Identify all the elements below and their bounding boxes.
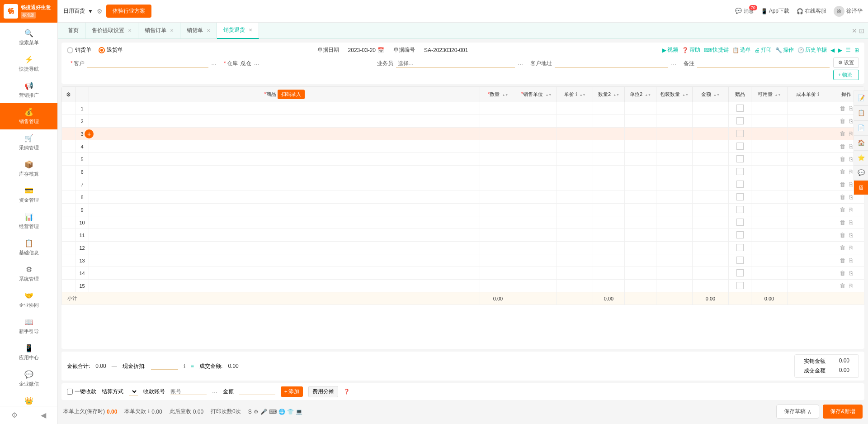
right-icon-chat[interactable]: 💬 [854, 165, 868, 180]
tool-icon4[interactable]: 🌐 [278, 409, 285, 415]
gift-checkbox-3[interactable] [736, 130, 744, 137]
row-copy-5[interactable]: ⎘ [849, 156, 853, 162]
tab-close-all-icon[interactable]: ✕ [852, 27, 857, 34]
row-copy-13[interactable]: ⎘ [849, 257, 853, 264]
right-icon-active[interactable]: 🖥 [854, 180, 868, 195]
price-sort-icon[interactable]: ▲▼ [580, 93, 586, 96]
row-copy-9[interactable]: ⎘ [849, 206, 853, 213]
sidebar-collapse-icon[interactable]: ◀ [41, 411, 46, 419]
view-list-icon[interactable]: ☰ [846, 47, 851, 53]
salesperson-dots[interactable]: ··· [518, 60, 523, 67]
topbar-gear-icon[interactable]: ⚙ [97, 8, 103, 15]
row-delete-10[interactable]: 🗑 [840, 219, 845, 226]
scan-button[interactable]: 扫码录入 [278, 90, 305, 99]
sidebar-item-6[interactable]: 💳 资金管理 [0, 182, 57, 208]
gift-checkbox-13[interactable] [736, 257, 744, 264]
tab-maximize-icon[interactable]: ⊡ [859, 27, 864, 34]
split-info-icon[interactable]: ❓ [344, 389, 350, 395]
message-button[interactable]: 💬 消息 70 [735, 8, 753, 14]
row-delete-8[interactable]: 🗑 [840, 194, 845, 200]
product-input-3[interactable] [91, 131, 478, 137]
gift-checkbox-2[interactable] [736, 117, 744, 124]
sidebar-item-7[interactable]: 📊 经营管理 [0, 208, 57, 234]
tool-icon5[interactable]: 👕 [287, 409, 294, 415]
account-dots[interactable]: ··· [212, 388, 217, 395]
price-info-icon[interactable]: ℹ [576, 91, 577, 97]
customer-dots[interactable]: ··· [211, 60, 217, 67]
right-icon-document[interactable]: 📄 [854, 120, 868, 135]
row-copy-10[interactable]: ⎘ [849, 219, 853, 226]
right-icon-clipboard[interactable]: 📋 [854, 105, 868, 120]
sidebar-item-14[interactable]: 👑 畅会员 [0, 392, 57, 406]
row-delete-5[interactable]: 🗑 [840, 156, 845, 162]
row-delete-6[interactable]: 🗑 [840, 168, 845, 175]
tool-icon6[interactable]: 💻 [296, 409, 302, 415]
sidebar-item-13[interactable]: 💬 企业微信 [0, 366, 57, 392]
trial-button[interactable]: 体验行业方案 [106, 5, 151, 18]
amount-sort-icon[interactable]: ▲▼ [713, 93, 720, 96]
row-copy-1[interactable]: ⎘ [849, 105, 853, 112]
cost-info-icon[interactable]: ℹ [817, 91, 819, 97]
salesperson-input[interactable] [396, 59, 515, 68]
row-delete-15[interactable]: 🗑 [840, 282, 845, 289]
save-draft-button[interactable]: 保存草稿 ∧ [776, 405, 819, 419]
qty2-sort-icon[interactable]: ▲▼ [613, 93, 619, 96]
right-icon-home[interactable]: 🏠 [854, 135, 868, 150]
row-delete-12[interactable]: 🗑 [840, 244, 845, 251]
table-scroll[interactable]: ⚙ *商品 扫码录入 *数量 ▲▼ [61, 86, 864, 349]
right-icon-star[interactable]: ⭐ [854, 150, 868, 165]
unit-sort-icon[interactable]: ▲▼ [545, 93, 552, 96]
table-gear-icon[interactable]: ⚙ [66, 91, 71, 98]
gift-checkbox-8[interactable] [736, 193, 744, 200]
warehouse-dots[interactable]: ··· [254, 60, 259, 67]
radio-sale[interactable]: 销货单 [67, 46, 91, 54]
tab-1[interactable]: 售价提取设置✕ [85, 23, 138, 39]
sogou-icon[interactable]: S [248, 409, 252, 415]
qty-sort-icon[interactable]: ▲▼ [502, 93, 508, 96]
gift-checkbox-7[interactable] [736, 181, 744, 188]
owe-info-icon[interactable]: ℹ [148, 409, 150, 414]
user-menu[interactable]: 徐 徐泽华 [834, 6, 863, 17]
row-delete-11[interactable]: 🗑 [840, 232, 845, 238]
add-row-btn[interactable]: + [85, 129, 94, 138]
gift-checkbox-15[interactable] [736, 282, 744, 289]
row-delete-9[interactable]: 🗑 [840, 206, 845, 213]
row-delete-1[interactable]: 🗑 [840, 105, 845, 112]
tab-close-1[interactable]: ✕ [128, 28, 132, 33]
gift-checkbox-10[interactable] [736, 219, 744, 226]
row-copy-11[interactable]: ⎘ [849, 232, 853, 238]
address-dots[interactable]: ··· [671, 60, 676, 67]
row-copy-14[interactable]: ⎘ [849, 270, 853, 276]
row-delete-4[interactable]: 🗑 [840, 143, 845, 150]
sidebar-item-5[interactable]: 📦 库存核算 [0, 156, 57, 182]
row-copy-12[interactable]: ⎘ [849, 244, 853, 251]
radio-return[interactable]: 退货单 [99, 46, 123, 54]
add-button[interactable]: + 添加 [281, 386, 303, 397]
gift-checkbox-9[interactable] [736, 206, 744, 213]
row-copy-7[interactable]: ⎘ [849, 181, 853, 188]
gift-checkbox-12[interactable] [736, 244, 744, 251]
sidebar-item-11[interactable]: 📖 新手引导 [0, 313, 57, 339]
online-service-link[interactable]: 🎧 在线客服 [797, 7, 826, 15]
setting-button[interactable]: ⚙ 设置 [833, 57, 859, 68]
gift-checkbox-5[interactable] [736, 155, 744, 162]
unit2-sort-icon[interactable]: ▲▼ [645, 93, 651, 96]
customer-input[interactable] [87, 59, 209, 68]
row-delete-2[interactable]: 🗑 [840, 118, 845, 124]
tab-close-3[interactable]: ✕ [207, 28, 210, 33]
sidebar-item-8[interactable]: 📋 基础信息 [0, 234, 57, 261]
row-copy-3[interactable]: ⎘ [849, 130, 853, 137]
row-copy-6[interactable]: ⎘ [849, 168, 853, 175]
row-delete-14[interactable]: 🗑 [840, 270, 845, 276]
app-download-link[interactable]: 📱 App下载 [761, 7, 789, 15]
sidebar-item-1[interactable]: ⚡ 快捷导航 [0, 51, 57, 77]
method-select[interactable] [129, 388, 138, 395]
one-key-checkbox[interactable] [67, 389, 73, 395]
sidebar-item-9[interactable]: ⚙ 系统管理 [0, 261, 57, 287]
tab-close-4[interactable]: ✕ [249, 28, 252, 33]
discount-input[interactable] [151, 363, 178, 370]
account-input[interactable] [170, 388, 207, 395]
action-select[interactable]: 📋选单 [732, 46, 751, 54]
tab-3[interactable]: 销货单✕ [180, 23, 217, 39]
tool-icon3[interactable]: ⌨ [269, 409, 277, 415]
